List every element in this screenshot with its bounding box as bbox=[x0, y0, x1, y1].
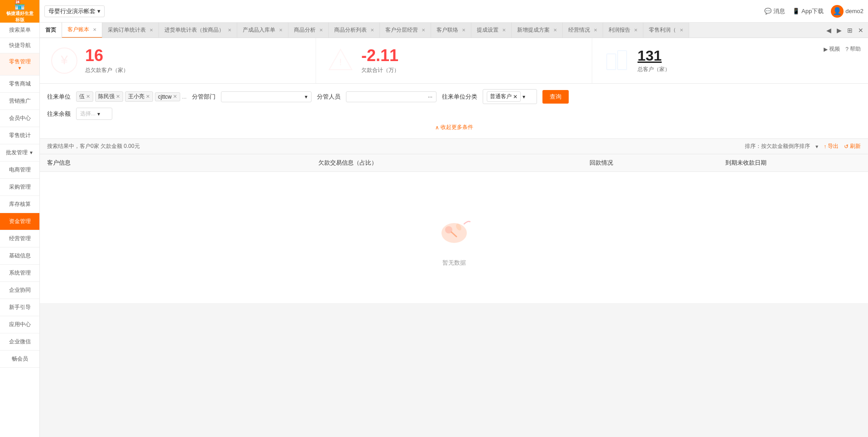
logo-icon: 🏪 bbox=[14, 0, 25, 10]
tab-product-analysis[interactable]: 商品分析 ✕ bbox=[288, 23, 329, 38]
export-button[interactable]: ↑ 导出 bbox=[824, 142, 839, 150]
tab-close-icon[interactable]: ✕ bbox=[279, 28, 283, 33]
tab-cost-entry[interactable]: 产成品入库单 ✕ bbox=[237, 23, 288, 38]
filter-tag-wu[interactable]: 伍 ✕ bbox=[76, 91, 93, 102]
tag-close-wangxiaoliang[interactable]: ✕ bbox=[146, 94, 150, 100]
video-button[interactable]: ▶ 视频 bbox=[824, 45, 840, 53]
sidebar-item-inventory[interactable]: 库存核算 bbox=[0, 196, 39, 213]
sidebar-item-purchase[interactable]: 采购管理 bbox=[0, 179, 39, 196]
tab-close-all-button[interactable]: ✕ bbox=[856, 26, 865, 35]
tab-close-icon[interactable]: ✕ bbox=[502, 28, 506, 33]
sidebar-item-system[interactable]: 系统管理 bbox=[0, 265, 39, 282]
tab-close-icon[interactable]: ✕ bbox=[93, 27, 96, 32]
stat-total-customers: ¥ 16 总欠款客户（家） bbox=[40, 38, 316, 83]
tab-close-icon[interactable]: ✕ bbox=[370, 28, 374, 33]
tab-retail-profit[interactable]: 零售利润（ ✕ bbox=[643, 23, 689, 38]
sidebar-item-enterprise-collab[interactable]: 企业协同 bbox=[0, 282, 39, 299]
app-download-button[interactable]: 📱 App下载 bbox=[792, 7, 824, 15]
top-nav-right: 💬 消息 📱 App下载 👤 demo2 bbox=[764, 5, 863, 18]
unit-category-tag-close[interactable]: ✕ bbox=[513, 94, 518, 100]
tab-new-promotion[interactable]: 新增提成方案 ✕ bbox=[512, 23, 563, 38]
segment-dept-label: 分管部门 bbox=[192, 93, 216, 101]
tab-home[interactable]: 首页 bbox=[40, 23, 62, 38]
balance-input[interactable]: 选择... ▾ bbox=[76, 108, 112, 120]
filter-more-tags[interactable]: ... bbox=[182, 94, 187, 100]
total-customers-number: 16 bbox=[85, 48, 129, 64]
tab-close-icon[interactable]: ✕ bbox=[422, 28, 425, 33]
tag-close-cjttcw[interactable]: ✕ bbox=[173, 94, 177, 100]
sort-icon: ▾ bbox=[815, 143, 818, 150]
unit-category-label: 往来单位分类 bbox=[442, 93, 477, 101]
message-button[interactable]: 💬 消息 bbox=[764, 7, 785, 15]
sidebar-item-marketing[interactable]: 营销推广 bbox=[0, 93, 39, 110]
sidebar-item-retail-manage[interactable]: 零售管理 ▼ bbox=[0, 53, 39, 76]
tab-scroll-left-button[interactable]: ◀ bbox=[825, 26, 833, 35]
collapse-button[interactable]: ∧ 收起更多条件 bbox=[435, 124, 473, 131]
sidebar-search[interactable]: 搜索菜单 bbox=[0, 23, 39, 38]
tab-profit-report[interactable]: 利润报告 ✕ bbox=[603, 23, 643, 38]
company-selector[interactable]: 母婴行业演示帐套 ▾ bbox=[44, 5, 105, 17]
tab-close-icon[interactable]: ✕ bbox=[228, 28, 231, 33]
segment-dept-selector[interactable]: ▾ bbox=[221, 91, 312, 102]
stats-row: ¥ 16 总欠款客户（家） ! -2.11 欠款合计 bbox=[40, 38, 868, 84]
tag-close-wu[interactable]: ✕ bbox=[86, 94, 90, 100]
chevron-down-icon: ▾ bbox=[97, 8, 101, 14]
tab-promotion-settings[interactable]: 提成设置 ✕ bbox=[471, 23, 512, 38]
sidebar-quick-nav[interactable]: 快捷导航 bbox=[0, 38, 39, 53]
tab-customer-accounts[interactable]: 客户账本 ✕ bbox=[62, 23, 102, 38]
sidebar-item-wholesale[interactable]: 批发管理 ▼ bbox=[0, 144, 39, 162]
tab-close-icon[interactable]: ✕ bbox=[553, 28, 557, 33]
tab-scroll-right-button[interactable]: ▶ bbox=[835, 26, 844, 35]
tab-customer-contact[interactable]: 客户联络 ✕ bbox=[431, 23, 471, 38]
sidebar-item-member-center[interactable]: 会员中心 bbox=[0, 110, 39, 127]
tab-bar: 首页 客户账本 ✕ 采购订单统计表 ✕ 进货单统计表（按商品） ✕ 产成品入库单… bbox=[40, 23, 868, 38]
svg-point-6 bbox=[441, 223, 467, 243]
user-avatar-button[interactable]: 👤 demo2 bbox=[831, 5, 863, 18]
unit-category-selector[interactable]: 普通客户 ✕ ▾ bbox=[483, 89, 537, 104]
tab-close-icon[interactable]: ✕ bbox=[680, 28, 683, 33]
sidebar-item-member[interactable]: 畅会员 bbox=[0, 351, 39, 368]
export-icon: ↑ bbox=[824, 143, 826, 150]
logo-sub: 标版 bbox=[15, 17, 24, 23]
video-icon: ▶ bbox=[824, 46, 828, 52]
avatar: 👤 bbox=[831, 5, 844, 18]
query-button[interactable]: 查询 bbox=[542, 90, 569, 104]
refresh-button[interactable]: ↺ 刷新 bbox=[844, 142, 861, 150]
data-table: 客户信息 欠款交易信息（占比） 回款情况 到期未收款日期 bbox=[40, 154, 868, 303]
sidebar-item-operations[interactable]: 经营管理 bbox=[0, 230, 39, 247]
tab-close-icon[interactable]: ✕ bbox=[594, 28, 597, 33]
tab-close-icon[interactable]: ✕ bbox=[634, 28, 638, 33]
filter-tag-chenminqiang[interactable]: 陈民强 ✕ bbox=[95, 91, 123, 102]
filter-tag-cjttcw[interactable]: cjttcw ✕ bbox=[155, 92, 180, 101]
refresh-icon: ↺ bbox=[844, 143, 849, 150]
sidebar-item-finance[interactable]: 资金管理 bbox=[0, 213, 39, 230]
tab-product-analysis-list[interactable]: 商品分析列表 ✕ bbox=[329, 23, 380, 38]
sidebar-item-retail-mall[interactable]: 零售商城 bbox=[0, 76, 39, 93]
sidebar-item-basic-info[interactable]: 基础信息 bbox=[0, 247, 39, 265]
tag-close-chenminqiang[interactable]: ✕ bbox=[116, 94, 120, 100]
chevron-down-icon: ▾ bbox=[97, 111, 100, 117]
sidebar-item-app-center[interactable]: 应用中心 bbox=[0, 316, 39, 333]
tab-business-status[interactable]: 经营情况 ✕ bbox=[563, 23, 603, 38]
svg-rect-5 bbox=[618, 51, 627, 70]
tab-close-icon[interactable]: ✕ bbox=[319, 28, 323, 33]
tab-purchase-stats[interactable]: 进货单统计表（按商品） ✕ bbox=[159, 23, 237, 38]
filter-tag-wangxiaoliang[interactable]: 王小亮 ✕ bbox=[125, 91, 153, 102]
tab-customer-segment[interactable]: 客户分层经营 ✕ bbox=[380, 23, 431, 38]
sidebar-item-newbie-guide[interactable]: 新手引导 bbox=[0, 299, 39, 316]
sidebar-item-retail-stats[interactable]: 零售统计 bbox=[0, 127, 39, 144]
tab-purchase-order[interactable]: 采购订单统计表 ✕ bbox=[102, 23, 159, 38]
empty-text: 暂无数据 bbox=[442, 259, 466, 267]
filter-tags: 伍 ✕ 陈民强 ✕ 王小亮 ✕ cjttcw ✕ ... bbox=[76, 91, 187, 102]
segment-person-selector[interactable]: ··· bbox=[346, 91, 436, 102]
sidebar-item-ecommerce[interactable]: 电商管理 bbox=[0, 162, 39, 179]
col-debt-info: 欠款交易信息（占比） bbox=[318, 159, 590, 167]
total-debt-number: -2.11 bbox=[361, 48, 399, 64]
tab-expand-button[interactable]: ⊞ bbox=[845, 26, 854, 35]
sidebar-item-enterprise-wechat[interactable]: 企业微信 bbox=[0, 333, 39, 351]
help-button[interactable]: ? 帮助 bbox=[845, 45, 861, 53]
total-debt-label: 欠款合计（万） bbox=[361, 66, 399, 74]
tab-close-icon[interactable]: ✕ bbox=[462, 28, 465, 33]
more-icon: ··· bbox=[428, 94, 432, 100]
tab-close-icon[interactable]: ✕ bbox=[149, 28, 153, 33]
